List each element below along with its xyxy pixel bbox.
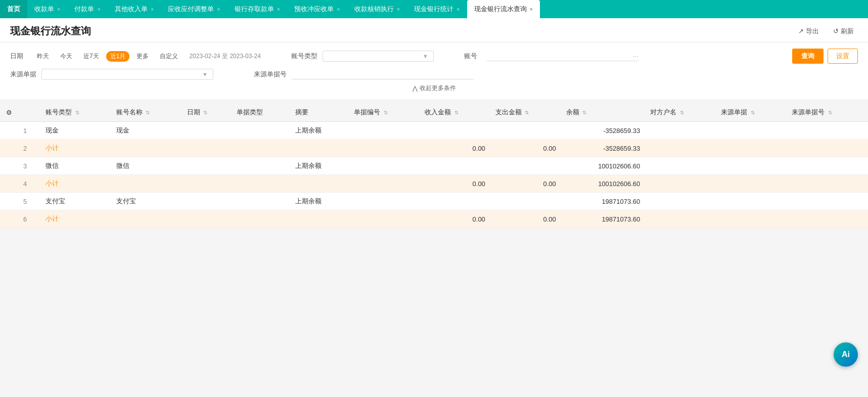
cell-index: 3 [18, 157, 40, 175]
nav-tab-5[interactable]: 预收冲应收单 × [287, 0, 347, 18]
settings-button[interactable]: 设置 [828, 49, 858, 64]
nav-home[interactable]: 首页 [0, 0, 27, 18]
nav-tab-2[interactable]: 其他收入单 × [108, 0, 161, 18]
cell-date [182, 193, 232, 210]
nav-tab-6[interactable]: 收款核销执行 × [347, 0, 407, 18]
sort-source-doc-num-icon: ⇅ [828, 110, 832, 115]
export-button[interactable]: ↗ 导出 [794, 25, 823, 38]
th-account-name[interactable]: 账号名称 ⇅ [111, 103, 182, 122]
cell-doc-type [232, 157, 290, 175]
cell-index: 6 [18, 210, 40, 228]
filter-area: 日期 昨天 今天 近7天 近1月 更多 自定义 2023-02-24 至 202… [0, 42, 868, 100]
account-type-select[interactable]: ▼ [323, 51, 434, 62]
shortcut-more[interactable]: 更多 [132, 51, 153, 62]
cell-source-doc [716, 140, 787, 157]
table-row[interactable]: 5 支付宝 支付宝 上期余额 19871073.60 [0, 193, 868, 210]
th-expense[interactable]: 支出金额 ⇅ [490, 103, 561, 122]
sort-account-type-icon: ⇅ [75, 110, 79, 115]
nav-tab-3[interactable]: 应收应付调整单 × [161, 0, 227, 18]
table-row[interactable]: 2 小计 0.00 0.00 -3528659.33 [0, 140, 868, 157]
th-source-doc[interactable]: 来源单据 ⇅ [716, 103, 787, 122]
table-row[interactable]: 6 小计 0.00 0.00 19871073.60 [0, 210, 868, 228]
th-doc-type: 单据类型 [232, 103, 290, 122]
th-balance[interactable]: 余额 ⇅ [561, 103, 646, 122]
table-row[interactable]: 4 小计 0.00 0.00 100102606.60 [0, 175, 868, 193]
filter-row-1: 日期 昨天 今天 近7天 近1月 更多 自定义 2023-02-24 至 202… [10, 49, 858, 64]
nav-tab-8-close[interactable]: × [530, 6, 533, 12]
cell-source-doc-num [787, 175, 868, 193]
page-header: 现金银行流水查询 ↗ 导出 ↺ 刷新 [0, 18, 868, 42]
th-counterpart[interactable]: 对方户名 ⇅ [645, 103, 716, 122]
cell-date [182, 157, 232, 175]
refresh-button[interactable]: ↺ 刷新 [829, 25, 858, 38]
cell-index: 5 [18, 193, 40, 210]
cell-date [182, 122, 232, 140]
cell-gear [0, 210, 18, 228]
account-ellipsis-icon[interactable]: ··· [633, 52, 638, 60]
nav-tab-4-close[interactable]: × [277, 6, 280, 12]
nav-tab-6-close[interactable]: × [397, 6, 400, 12]
cell-summary [290, 210, 349, 228]
nav-tab-1[interactable]: 付款单 × [67, 0, 107, 18]
cell-source-doc [716, 210, 787, 228]
nav-tab-2-close[interactable]: × [151, 6, 154, 12]
nav-tab-3-close[interactable]: × [217, 6, 220, 12]
source-doc-select[interactable]: ▼ [41, 69, 213, 80]
cell-counterpart [645, 210, 716, 228]
cell-gear [0, 175, 18, 193]
cell-balance: 19871073.60 [561, 210, 646, 228]
cell-income [420, 122, 490, 140]
cell-income [420, 157, 490, 175]
shortcut-today[interactable]: 今天 [56, 51, 76, 62]
source-doc-num-label: 来源单据号 [254, 70, 287, 79]
nav-tab-4[interactable]: 银行存取款单 × [227, 0, 287, 18]
cell-account-type: 微信 [40, 157, 111, 175]
shortcut-7days[interactable]: 近7天 [79, 51, 103, 62]
shortcut-yesterday[interactable]: 昨天 [33, 51, 53, 62]
source-doc-filter-group: 来源单据 ▼ [10, 69, 213, 80]
account-input[interactable] [487, 52, 630, 60]
cell-counterpart [645, 122, 716, 140]
cell-expense [490, 193, 561, 210]
cell-account-type: 支付宝 [40, 193, 111, 210]
cell-balance: 100102606.60 [561, 175, 646, 193]
sort-date-icon: ⇅ [203, 110, 207, 115]
th-doc-num[interactable]: 单据编号 ⇅ [349, 103, 420, 122]
cell-account-name: 支付宝 [111, 193, 182, 210]
nav-tab-1-close[interactable]: × [97, 6, 100, 12]
nav-tab-8[interactable]: 现金银行流水查询 × [467, 0, 540, 18]
table-row[interactable]: 1 现金 现金 上期余额 -3528659.33 [0, 122, 868, 140]
table-row[interactable]: 3 微信 微信 上期余额 100102606.60 [0, 157, 868, 175]
nav-tab-8-label: 现金银行流水查询 [474, 5, 527, 14]
date-filter-group: 日期 昨天 今天 近7天 近1月 更多 自定义 2023-02-24 至 202… [10, 51, 261, 62]
th-account-type[interactable]: 账号类型 ⇅ [40, 103, 111, 122]
cell-counterpart [645, 175, 716, 193]
shortcut-1month[interactable]: 近1月 [106, 51, 130, 62]
nav-tab-7[interactable]: 现金银行统计 × [407, 0, 467, 18]
cell-date [182, 140, 232, 157]
cell-income: 0.00 [420, 175, 490, 193]
collapse-label: 收起更多条件 [420, 84, 456, 93]
nav-tab-0-close[interactable]: × [57, 6, 60, 12]
cell-doc-num [349, 122, 420, 140]
cell-doc-num [349, 175, 420, 193]
th-income[interactable]: 收入金额 ⇅ [420, 103, 490, 122]
nav-tab-5-close[interactable]: × [337, 6, 340, 12]
cell-counterpart [645, 140, 716, 157]
nav-tab-0[interactable]: 收款单 × [27, 0, 67, 18]
cell-income: 0.00 [420, 210, 490, 228]
account-type-label: 账号类型 [291, 52, 317, 61]
th-date[interactable]: 日期 ⇅ [182, 103, 232, 122]
th-source-doc-num[interactable]: 来源单据号 ⇅ [787, 103, 868, 122]
shortcut-custom[interactable]: 自定义 [156, 51, 182, 62]
th-gear[interactable]: ⚙ [0, 103, 18, 122]
export-label: 导出 [806, 27, 819, 36]
cell-expense [490, 157, 561, 175]
page-title: 现金银行流水查询 [10, 24, 91, 38]
collapse-bar[interactable]: ⋀ 收起更多条件 [10, 82, 858, 95]
search-button[interactable]: 查询 [792, 49, 824, 64]
source-doc-num-input[interactable] [292, 70, 474, 78]
cell-doc-num [349, 210, 420, 228]
source-doc-num-input-wrap [292, 69, 474, 79]
nav-tab-7-close[interactable]: × [456, 6, 460, 12]
